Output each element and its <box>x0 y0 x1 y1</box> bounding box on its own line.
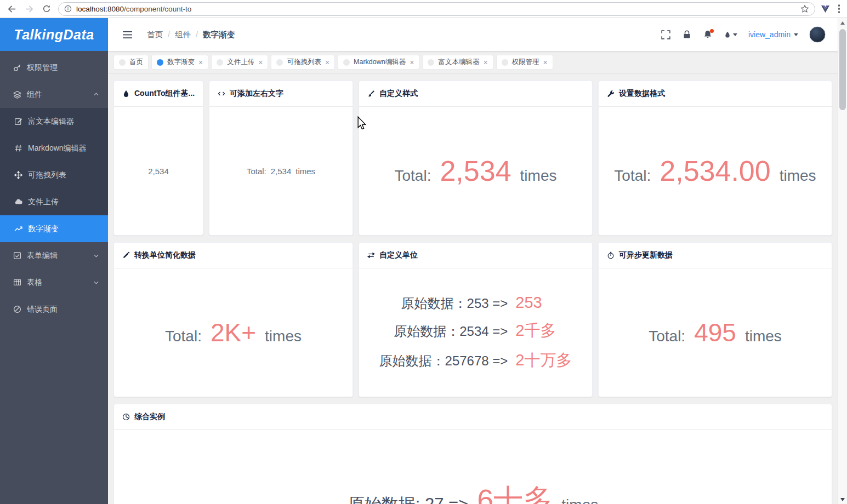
breadcrumb-home[interactable]: 首页 <box>147 30 163 40</box>
card-body: Total: 2,534 times <box>359 107 592 235</box>
cards-row-3: 综合实例 原始数据: 27 => 6十多 times <box>113 404 832 504</box>
lock-icon[interactable] <box>682 30 692 39</box>
close-icon[interactable] <box>483 59 487 66</box>
sidebar-item-table[interactable]: 表格 <box>0 269 108 296</box>
card-header: 可异步更新数据 <box>599 243 832 268</box>
tag-label: Markdown编辑器 <box>354 58 406 67</box>
chevron-up-icon <box>93 91 99 98</box>
count-value: 6十多 <box>477 480 553 504</box>
sidebar-item-label: 表格 <box>27 278 42 288</box>
card-header: 自定义样式 <box>359 81 592 107</box>
chevron-down-icon <box>93 253 99 259</box>
tag-permissions[interactable]: 权限管理 <box>496 55 553 70</box>
card-simplify-units: 转换单位简化数据 Total: 2K+ times <box>113 242 353 397</box>
markdown-icon <box>14 144 22 152</box>
card-title: 设置数据格式 <box>619 89 665 99</box>
tag-count-to[interactable]: 数字渐变 <box>151 55 208 70</box>
forward-icon[interactable] <box>23 3 35 15</box>
fullscreen-icon[interactable] <box>661 30 671 40</box>
card-title: CountTo组件基... <box>134 89 195 99</box>
close-icon[interactable] <box>325 59 329 66</box>
caret-down-icon <box>794 33 798 36</box>
main-area: 首页 / 组件 / 数字渐变 <box>108 18 838 504</box>
scroll-up-icon[interactable] <box>838 18 847 27</box>
theme-ink-icon[interactable] <box>724 31 737 39</box>
reload-icon[interactable] <box>41 3 53 15</box>
count-value: 2K+ <box>211 318 256 347</box>
scrollbar-thumb[interactable] <box>839 29 846 110</box>
tag-home[interactable]: 首页 <box>113 55 149 70</box>
tags-bar: 首页 数字渐变 文件上传 可拖拽列表 Markdown编辑器 <box>108 51 838 74</box>
cards-row-2: 转换单位简化数据 Total: 2K+ times <box>113 242 832 397</box>
sidebar-item-label: 表单编辑 <box>27 251 58 261</box>
rich-editor-icon <box>14 117 22 125</box>
upload-cloud-icon <box>14 198 22 206</box>
chevron-down-icon <box>93 279 99 285</box>
tag-dot <box>428 59 434 66</box>
card-with-text: 可添加左右文字 Total: 2,534 times <box>209 81 353 236</box>
bookmark-star-icon[interactable] <box>800 4 809 13</box>
table-icon <box>13 278 21 287</box>
page-scrollbar[interactable] <box>838 18 847 504</box>
tag-rich-editor[interactable]: 富文本编辑器 <box>422 55 493 70</box>
count-prefix: Total: <box>395 167 431 185</box>
sidebar: TalkingData 权限管理 组件 <box>0 18 108 504</box>
avatar[interactable] <box>809 26 826 43</box>
url-bar[interactable]: localhost:8080/component/count-to <box>58 2 815 16</box>
count-prefix: Total: <box>649 328 685 345</box>
count-prefix: Total: <box>614 167 651 185</box>
card-title: 自定义单位 <box>379 250 418 260</box>
card-title: 可异步更新数据 <box>619 250 673 260</box>
card-header: 综合实例 <box>114 404 832 430</box>
brush-icon <box>367 90 375 98</box>
unit-row-value: 253 <box>515 294 572 312</box>
swap-icon <box>367 251 375 259</box>
back-icon[interactable] <box>5 3 18 15</box>
user-menu[interactable]: iview_admin <box>748 30 798 39</box>
url-path: /component/count-to <box>124 5 191 13</box>
sidebar-item-count-to[interactable]: 数字渐变 <box>0 215 108 242</box>
card-custom-style: 自定义样式 Total: 2,534 times <box>359 81 593 236</box>
sidebar-item-markdown[interactable]: Markdown编辑器 <box>0 135 108 162</box>
cards-row-1: CountTo组件基... 2,534 可添加左右文字 <box>113 81 832 236</box>
card-header: 设置数据格式 <box>599 81 832 107</box>
sidebar-item-form-edit[interactable]: 表单编辑 <box>0 242 108 269</box>
sidebar-item-error-page[interactable]: 错误页面 <box>0 296 108 323</box>
card-body: Total: 2,534.00 times <box>599 107 832 235</box>
sidebar-item-draggable-list[interactable]: 可拖拽列表 <box>0 162 108 188</box>
vue-devtools-icon[interactable] <box>821 5 830 13</box>
unit-rows: 原始数据：253 => 253 原始数据：2534 => 2千多 原始数据：25… <box>379 294 572 371</box>
card-combined-example: 综合实例 原始数据: 27 => 6十多 times <box>113 404 832 504</box>
card-header: CountTo组件基... <box>114 81 203 107</box>
caret-down-icon <box>733 33 737 36</box>
card-async-update: 可异步更新数据 Total: 495 times <box>598 242 832 397</box>
count-value: 2,534 <box>148 167 169 176</box>
tag-file-upload[interactable]: 文件上传 <box>211 55 268 70</box>
browser-menu-icon[interactable] <box>837 3 842 15</box>
tag-draggable-list[interactable]: 可拖拽列表 <box>271 55 335 70</box>
sidebar-item-label: 可拖拽列表 <box>28 170 66 180</box>
count-prefix: Total: <box>247 167 266 176</box>
card-body: 2,534 <box>114 107 203 235</box>
close-icon[interactable] <box>258 59 263 66</box>
hamburger-menu-icon[interactable] <box>120 28 135 41</box>
close-icon[interactable] <box>198 59 203 66</box>
breadcrumb-components[interactable]: 组件 <box>175 30 191 40</box>
sidebar-item-label: 富文本编辑器 <box>28 117 74 127</box>
tag-markdown[interactable]: Markdown编辑器 <box>338 55 419 70</box>
bell-icon[interactable] <box>703 30 713 39</box>
sidebar-item-components[interactable]: 组件 <box>0 81 108 108</box>
scroll-down-icon[interactable] <box>838 495 847 504</box>
count-suffix: times <box>780 167 816 185</box>
close-icon[interactable] <box>543 59 548 66</box>
sidebar-item-file-upload[interactable]: 文件上传 <box>0 188 108 215</box>
sidebar-item-permissions[interactable]: 权限管理 <box>0 54 108 81</box>
browser-chrome: localhost:8080/component/count-to <box>0 0 847 18</box>
app-header: 首页 / 组件 / 数字渐变 <box>108 18 838 51</box>
code-icon <box>218 90 225 98</box>
page-info-icon[interactable] <box>64 5 72 13</box>
card-title: 转换单位简化数据 <box>134 250 196 260</box>
unit-row-label: 原始数据：2534 => <box>379 323 508 340</box>
sidebar-item-rich-editor[interactable]: 富文本编辑器 <box>0 108 108 135</box>
close-icon[interactable] <box>410 59 414 66</box>
